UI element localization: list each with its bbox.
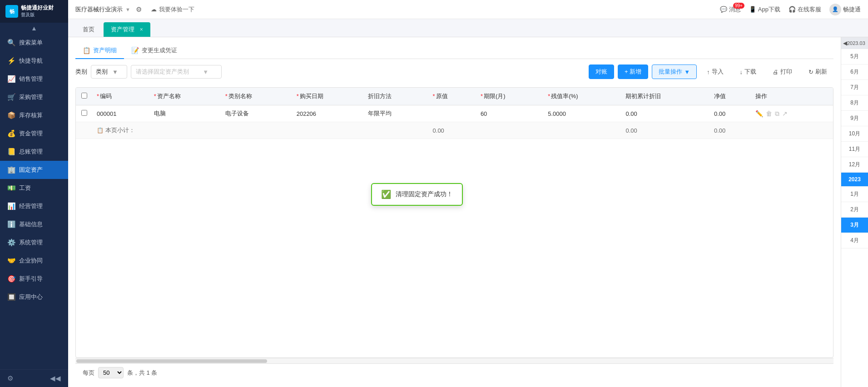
date-month-item[interactable]: 8月: [841, 95, 868, 111]
sidebar-scroll-up[interactable]: ▲: [0, 23, 68, 34]
row-checkbox-cell: [76, 105, 92, 122]
sidebar-item-app-center[interactable]: 🔲应用中心: [0, 288, 68, 306]
delete-icon[interactable]: 🗑: [766, 110, 772, 117]
sidebar-label-funds: 资金管理: [19, 129, 43, 138]
sidebar-label-guide: 新手引导: [19, 275, 43, 283]
date-month-item[interactable]: 7月: [841, 80, 868, 95]
sidebar-item-basic-info[interactable]: ℹ️基础信息: [0, 215, 68, 233]
experience-button[interactable]: ☁ 我要体验一下: [151, 5, 194, 14]
sidebar-logo: 畅 畅捷通好业财 普及版: [0, 0, 68, 23]
select-all-checkbox[interactable]: [81, 93, 87, 99]
print-button[interactable]: 🖨 打印: [766, 65, 799, 79]
row-purchase-date: 202206: [292, 105, 363, 122]
right-panel-scroll[interactable]: 5月6月7月8月9月10月11月12月20231月2月3月4月: [841, 49, 868, 387]
sidebar-item-operations[interactable]: 📊经营管理: [0, 197, 68, 215]
batch-button[interactable]: 批量操作 ▼: [652, 64, 697, 79]
content-main: 📋 资产明细 📝 变更生成凭证 类别 类别 ▼ 请选择固定资产: [68, 37, 841, 387]
import-button[interactable]: ↑ 导入: [700, 65, 730, 79]
user-profile[interactable]: 👤 畅捷通: [829, 4, 861, 15]
pagination-bar: 每页 50 100 条，共 1 条: [75, 363, 833, 382]
sidebar-item-search[interactable]: 🔍搜索菜单: [0, 34, 68, 52]
sidebar-item-guide[interactable]: 🎯新手引导: [0, 270, 68, 288]
sidebar-item-system[interactable]: ⚙️系统管理: [0, 233, 68, 252]
subtab-change-voucher-icon: 📝: [131, 47, 139, 54]
date-month-item[interactable]: 12月: [841, 157, 868, 173]
subtab-asset-detail[interactable]: 📋 资产明细: [75, 43, 124, 59]
right-panel-toggle-left[interactable]: ◀: [843, 40, 847, 46]
experience-icon: ☁: [151, 6, 157, 13]
scrollbar-thumb[interactable]: [76, 359, 267, 363]
collapse-icon[interactable]: ◀◀: [50, 374, 61, 382]
row-depreciation-method: 年限平均: [363, 105, 428, 122]
tab-home[interactable]: 首页: [75, 22, 102, 37]
sidebar-item-sales[interactable]: 📈销售管理: [0, 70, 68, 88]
topbar: 医疗器械行业演示 ▼ ⚙ ☁ 我要体验一下 💬 消息 99+ 📱 App下载 🎧…: [68, 0, 868, 19]
refresh-icon: ↻: [808, 69, 813, 75]
category-value-select[interactable]: 请选择固定资产类别 ▼: [131, 65, 222, 79]
edit-icon[interactable]: ✏️: [755, 110, 763, 117]
sidebar-item-fixed-assets[interactable]: 🏢固定资产: [0, 161, 68, 179]
data-table: *编码 *资产名称 *类别名称 *购买日期 折旧方法 *原值 *期限(月) *残…: [76, 88, 833, 139]
sidebar-icon-purchase: 🛒: [7, 93, 15, 101]
date-year-item[interactable]: 2023: [841, 173, 868, 187]
sidebar-icon-operations: 📊: [7, 202, 15, 210]
sidebar-icon-inventory: 📦: [7, 111, 15, 119]
horizontal-scrollbar[interactable]: [75, 358, 833, 363]
toast-message: 清理固定资产成功！: [396, 190, 453, 198]
sidebar-bottom: ⚙ ◀◀: [0, 369, 68, 387]
sidebar-label-ledger: 总账管理: [19, 148, 43, 156]
sidebar-icon-system: ⚙️: [7, 238, 15, 247]
sidebar-item-quick-nav[interactable]: ⚡快捷导航: [0, 52, 68, 70]
app-download-button[interactable]: 📱 App下载: [749, 5, 780, 14]
per-page-select[interactable]: 50 100: [98, 367, 124, 378]
right-date-panel: ◀ 2023.03 ▶ 5月6月7月8月9月10月11月12月20231月2月3…: [841, 37, 868, 387]
row-name: 电脑: [149, 105, 221, 122]
subtab-change-voucher[interactable]: 📝 变更生成凭证: [124, 43, 184, 59]
download-icon: ↓: [740, 69, 743, 75]
tab-close-icon[interactable]: ×: [140, 26, 143, 33]
sidebar-item-purchase[interactable]: 🛒采购管理: [0, 88, 68, 106]
company-selector[interactable]: 医疗器械行业演示 ▼: [75, 5, 130, 14]
date-month-item[interactable]: 11月: [841, 142, 868, 157]
download-button[interactable]: ↓ 下载: [734, 65, 763, 79]
sidebar-item-funds[interactable]: 💰资金管理: [0, 124, 68, 143]
subtab-bar: 📋 资产明细 📝 变更生成凭证: [75, 43, 833, 59]
date-month-item[interactable]: 2月: [841, 202, 868, 218]
row-actions: ✏️ 🗑 ⧉ ↗: [751, 105, 833, 122]
gear-icon[interactable]: ⚙: [7, 374, 13, 382]
topbar-settings-icon[interactable]: ⚙: [136, 5, 142, 14]
sidebar-icon-search: 🔍: [7, 39, 15, 47]
message-button[interactable]: 💬 消息 99+: [720, 5, 741, 14]
th-period: *期限(月): [476, 88, 543, 105]
sidebar-icon-ledger: 📒: [7, 148, 15, 156]
sidebar-item-ledger[interactable]: 📒总账管理: [0, 143, 68, 161]
date-month-item[interactable]: 5月: [841, 49, 868, 64]
sidebar-item-inventory[interactable]: 📦库存核算: [0, 106, 68, 124]
row-original-value: [428, 105, 476, 122]
date-month-item[interactable]: 6月: [841, 64, 868, 80]
date-month-item[interactable]: 10月: [841, 126, 868, 142]
toolbar-right: 对账 + 新增 批量操作 ▼ ↑ 导入 ↓ 下载 🖨: [589, 64, 833, 79]
category-type-select[interactable]: 类别 ▼: [91, 65, 127, 79]
customer-service-button[interactable]: 🎧 在线客服: [789, 5, 821, 14]
tab-asset-management[interactable]: 资产管理 ×: [104, 22, 150, 37]
reconcile-button[interactable]: 对账: [589, 64, 614, 79]
refresh-button[interactable]: ↻ 刷新: [802, 65, 833, 79]
new-button[interactable]: + 新增: [618, 64, 648, 79]
th-net-value: 净值: [709, 88, 751, 105]
copy-icon[interactable]: ⧉: [775, 110, 779, 118]
th-checkbox: [76, 88, 92, 105]
date-month-item[interactable]: 9月: [841, 111, 868, 126]
avatar: 👤: [829, 4, 841, 15]
toolbar: 类别 类别 ▼ 请选择固定资产类别 ▼ 对账 + 新增 批量操作 ▼: [75, 64, 833, 79]
sidebar-item-cooperation[interactable]: 🤝企业协同: [0, 252, 68, 270]
th-residual-rate: *残值率(%): [543, 88, 621, 105]
sidebar-item-payroll[interactable]: 💵工资: [0, 179, 68, 197]
sidebar-label-basic-info: 基础信息: [19, 220, 43, 228]
subtotal-original-value: 0.00: [428, 122, 476, 139]
row-checkbox[interactable]: [81, 110, 87, 116]
date-month-item[interactable]: 4月: [841, 233, 868, 248]
date-month-item[interactable]: 1月: [841, 187, 868, 202]
more-icon[interactable]: ↗: [782, 110, 788, 117]
date-month-item[interactable]: 3月: [841, 218, 868, 233]
